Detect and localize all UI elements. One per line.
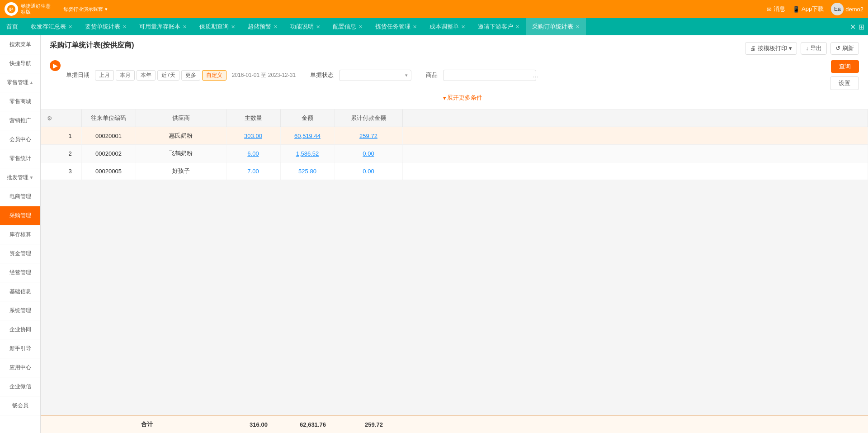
paid-link-2[interactable]: 0.00 [363,150,374,157]
logo-icon: 好 [5,2,18,16]
sidebar-item-search[interactable]: 搜索菜单 [0,35,40,54]
close-all-tabs-btn[interactable]: ✕ [850,23,856,31]
sidebar-item-enterprise-collab[interactable]: 企业协同 [0,320,40,339]
amount-link-1[interactable]: 60,519.44 [294,133,321,139]
th-qty: 主数量 [226,109,280,127]
expand-tabs-btn[interactable]: ⊞ [859,23,864,31]
nav-tab-function-desc[interactable]: 功能说明 ✕ [284,18,326,35]
qty-link-1[interactable]: 303.00 [244,133,262,139]
filter-toggle-btn[interactable]: ▶ [50,60,61,71]
nav-tab-purchase-stats[interactable]: 采购订单统计表 ✕ [526,18,586,35]
close-tab-expiry-query[interactable]: ✕ [231,24,235,30]
th-index [59,109,81,127]
export-btn[interactable]: ↓ 导出 [801,42,827,55]
print-icon: 🖨 [750,45,756,52]
table-area: ⚙ 往来单位编码 供应商 主数量 金额 [41,109,868,415]
table-footer: 合计 316.00 62,631.76 259.72 [41,415,868,433]
close-tab-invite-downstream[interactable]: ✕ [515,24,519,30]
svg-text:好: 好 [9,7,14,12]
sidebar-item-wholesale-mgmt[interactable]: 批发管理 ▼ [0,168,40,187]
nav-tab-overstock-warning[interactable]: 超储预警 ✕ [241,18,284,35]
close-tab-available-stock[interactable]: ✕ [183,24,187,30]
td-extra-1 [402,127,868,145]
sidebar-item-system-mgmt[interactable]: 系统管理 [0,301,40,320]
sidebar-item-basic-info[interactable]: 基础信息 [0,282,40,301]
table-header: ⚙ 往来单位编码 供应商 主数量 金额 [41,109,868,127]
table-row: 2 00020002 飞鹤奶粉 6.00 1,586.52 0.00 [41,145,868,162]
th-amount: 金额 [280,109,335,127]
sidebar-item-retail-mall[interactable]: 零售商城 [0,92,40,111]
logo-text: 畅捷通好生意 标版 [21,3,51,15]
td-qty-2: 6.00 [226,145,280,162]
nav-tab-home[interactable]: 首页 [0,18,24,35]
refresh-btn[interactable]: ↺ 刷新 [830,42,859,55]
settings-btn[interactable]: 设置 [830,76,859,90]
sidebar-item-ecommerce-mgmt[interactable]: 电商管理 [0,187,40,206]
status-select[interactable] [339,70,411,81]
nav-tab-receive-summary[interactable]: 收发存汇总表 ✕ [24,18,79,35]
refresh-icon: ↺ [835,45,840,52]
query-btn[interactable]: 查询 [831,60,859,73]
settings-gear-icon[interactable]: ⚙ [47,115,52,122]
sidebar-item-retail-mgmt[interactable]: 零售管理 ▲ [0,73,40,92]
nav-tab-order-stats[interactable]: 要货单统计表 ✕ [79,18,133,35]
td-paid-2: 0.00 [335,145,402,162]
qty-link-3[interactable]: 7.00 [247,168,259,175]
sidebar-item-enterprise-wechat[interactable]: 企业微信 [0,377,40,396]
close-tab-pick-tasks[interactable]: ✕ [413,24,417,30]
print-btn[interactable]: 🖨 按模板打印 ▾ [745,42,797,55]
sidebar-item-member-center[interactable]: 会员中心 [0,130,40,149]
sidebar-item-app-center[interactable]: 应用中心 [0,358,40,377]
message-btn[interactable]: ✉ 消息 [767,5,785,13]
filter-line-1: 单据日期 上月 本月 本年 近7天 更多 自定义 2016-01-01 至 20… [66,60,859,90]
sidebar-item-ops-mgmt[interactable]: 经营管理 [0,263,40,282]
close-tab-overstock-warning[interactable]: ✕ [274,24,278,30]
date-btn-this-month[interactable]: 本月 [116,70,135,81]
date-btn-custom[interactable]: 自定义 [202,70,226,81]
sidebar-item-member[interactable]: 畅会员 [0,396,40,415]
amount-link-3[interactable]: 525.80 [298,168,316,175]
sidebar-item-quick-nav[interactable]: 快捷导航 [0,54,40,73]
close-tab-function-desc[interactable]: ✕ [316,24,320,30]
paid-link-1[interactable]: 259.72 [359,133,377,139]
close-tab-cost-adjust[interactable]: ✕ [461,24,465,30]
expand-more-btn[interactable]: ▾ 展开更多条件 [443,94,482,102]
amount-link-2[interactable]: 1,586.52 [296,150,319,157]
close-tab-order-stats[interactable]: ✕ [123,24,127,30]
qty-link-2[interactable]: 6.00 [247,150,259,157]
close-tab-config-info[interactable]: ✕ [359,24,363,30]
app-download-btn[interactable]: 📱 App下载 [793,5,824,13]
close-tab-purchase-stats[interactable]: ✕ [576,24,580,30]
nav-tab-available-stock[interactable]: 可用量库存账本 ✕ [133,18,193,35]
footer-qty: 316.00 [231,421,286,428]
date-label: 单据日期 [66,71,90,79]
sidebar-item-funds-mgmt[interactable]: 资金管理 [0,244,40,263]
sidebar-item-purchase-mgmt[interactable]: 采购管理 [0,206,40,225]
th-paid: 累计付款金额 [335,109,402,127]
close-tab-receive-summary[interactable]: ✕ [68,24,72,30]
sidebar-item-new-guide[interactable]: 新手引导 [0,339,40,358]
nav-tab-cost-adjust[interactable]: 成本调整单 ✕ [423,18,472,35]
nav-tab-config-info[interactable]: 配置信息 ✕ [326,18,369,35]
td-amount-1: 60,519.44 [280,127,335,145]
nav-tab-expiry-query[interactable]: 保质期查询 ✕ [193,18,241,35]
nav-tab-pick-tasks[interactable]: 拣货任务管理 ✕ [369,18,423,35]
date-btn-last-month[interactable]: 上月 [95,70,114,81]
workspace-selector[interactable]: 母婴行业演示账套 ▾ [63,6,108,13]
td-extra-2 [402,145,868,162]
main-layout: 搜索菜单 快捷导航 零售管理 ▲ 零售商城 营销推广 会员中心 零售统计 批发管… [0,35,868,433]
top-bar: 好 畅捷通好生意 标版 母婴行业演示账套 ▾ ✉ 消息 📱 App下载 Ea d… [0,0,868,18]
td-code-1: 00020001 [81,127,136,145]
date-btn-more[interactable]: 更多 [181,70,200,81]
sidebar-item-marketing[interactable]: 营销推广 [0,111,40,130]
nav-tab-invite-downstream[interactable]: 邀请下游客户 ✕ [472,18,526,35]
th-unit-code: 往来单位编码 [81,109,136,127]
paid-link-3[interactable]: 0.00 [363,168,374,175]
goods-input[interactable] [443,70,536,81]
user-area[interactable]: Ea demo2 [831,3,863,15]
date-btn-7days[interactable]: 近7天 [157,70,179,81]
sidebar-item-retail-stats[interactable]: 零售统计 [0,149,40,168]
goods-more-icon[interactable]: … [533,72,538,79]
date-btn-this-year[interactable]: 本年 [137,70,156,81]
sidebar-item-inventory-check[interactable]: 库存核算 [0,225,40,244]
